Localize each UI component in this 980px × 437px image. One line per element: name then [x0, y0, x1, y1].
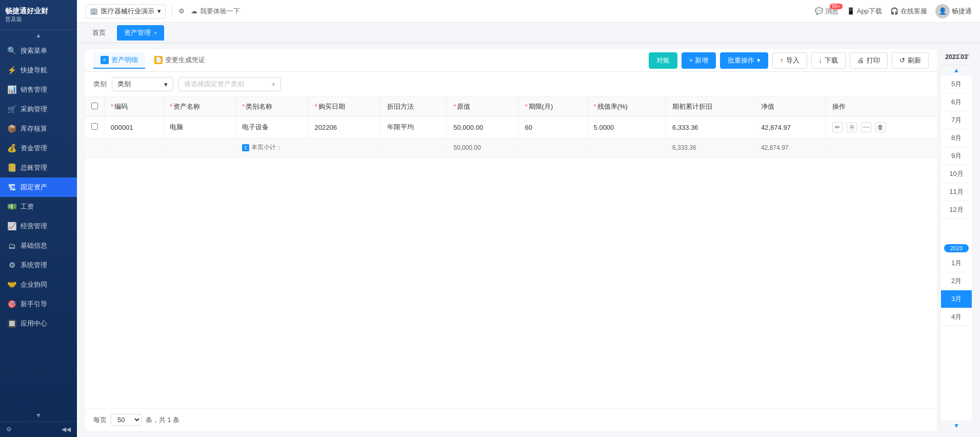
sidebar-item-basic-info[interactable]: 🗂基础信息 [0, 236, 77, 255]
sidebar-scroll-up[interactable]: ▲ [0, 30, 77, 41]
col-net-value: 净值 [755, 97, 826, 117]
col-operations: 操作 [826, 97, 937, 117]
tab-close-icon[interactable]: × [154, 30, 157, 36]
sidebar-icon-app-center: 🔲 [7, 319, 16, 328]
topbar-settings[interactable]: ⚙ [178, 7, 185, 15]
message-button[interactable]: 💬 消息 99+ [815, 7, 838, 16]
company-selector[interactable]: 🏢 医疗器械行业演示 ▾ [85, 4, 166, 18]
app-download-button[interactable]: 📱 App下载 [847, 7, 882, 16]
category-arrow: ▾ [272, 81, 275, 88]
app-title: 畅捷通好业财 [5, 6, 48, 15]
category-value-selector[interactable]: 请选择固定资产类别 ▾ [178, 77, 281, 91]
calendar-month-item[interactable]: 3月 [941, 290, 972, 308]
sidebar-label-sales: 销售管理 [21, 85, 47, 94]
refresh-button[interactable]: ↺ 刷新 [892, 52, 929, 69]
edit-icon[interactable]: ✏ [832, 122, 843, 132]
tab-home[interactable]: 首页 [85, 25, 113, 41]
calendar-month-item[interactable]: 11月 [941, 183, 972, 201]
calendar-month-item[interactable]: 6月 [941, 93, 972, 111]
filter-toolbar: 类别 类别 ▾ 请选择固定资产类别 ▾ [85, 72, 937, 97]
topbar-tip[interactable]: ☁ 我要体验一下 [191, 7, 240, 16]
sidebar-label-search: 搜索菜单 [21, 46, 47, 55]
asset-table-wrap: *编码 *资产名称 *类别名称 *购买日期 折旧方法 *原值 *期限(月) *残… [85, 97, 937, 408]
sidebar-icon-operations: 📈 [7, 222, 16, 231]
sidebar-item-fixed-assets[interactable]: 🏗固定资产 [0, 177, 77, 197]
sub-tab-asset-detail[interactable]: ≡ 资产明细 [93, 52, 145, 69]
calendar-scroll-up[interactable]: ▲ [941, 65, 972, 75]
calendar-year-badge: 2023 [943, 243, 970, 253]
sidebar-item-funds[interactable]: 💰资金管理 [0, 138, 77, 158]
col-original-value: *原值 [447, 97, 518, 117]
sidebar-item-sales[interactable]: 📊销售管理 [0, 80, 77, 100]
sidebar-collapse-icon[interactable]: ◀◀ [62, 426, 71, 433]
col-name: *资产名称 [163, 97, 235, 117]
asset-table: *编码 *资产名称 *类别名称 *购买日期 折旧方法 *原值 *期限(月) *残… [85, 97, 937, 157]
app-download-icon: 📱 [847, 7, 855, 15]
new-button[interactable]: + 新增 [682, 52, 716, 69]
calendar-month-item[interactable]: 1月 [941, 254, 972, 272]
sidebar-item-purchase[interactable]: 🛒采购管理 [0, 100, 77, 119]
calendar-month-item[interactable]: 9月 [941, 147, 972, 165]
user-profile[interactable]: 👤 畅捷通 [935, 4, 972, 18]
username: 畅捷通 [952, 7, 972, 16]
select-all-checkbox[interactable] [91, 103, 98, 109]
sub-tab-voucher[interactable]: 📄 变更生成凭证 [147, 52, 212, 69]
toolbar-buttons: 对账 + 新增 批量操作 ▾ ↑ 导入 ↓ 下载 🖨 [649, 52, 929, 69]
calendar-month-item[interactable]: 5月 [941, 75, 972, 93]
sidebar-item-guide[interactable]: 🎯新手引导 [0, 294, 77, 314]
calendar-scroll-down[interactable]: ▼ [941, 421, 972, 431]
calendar-month-item[interactable]: 2月 [941, 272, 972, 290]
col-period: *期限(月) [518, 97, 587, 117]
calendar-month-item[interactable]: 4月 [941, 308, 972, 326]
sidebar-item-app-center[interactable]: 🔲应用中心 [0, 314, 77, 333]
col-purchase-date: *购买日期 [308, 97, 381, 117]
sidebar-item-payroll[interactable]: 💵工资 [0, 197, 77, 216]
calendar-close-button[interactable]: × [966, 51, 970, 59]
sub-tabs: ≡ 资产明细 📄 变更生成凭证 对账 + 新增 批量操作 ▾ ↑ [85, 49, 937, 72]
sidebar-scroll-down[interactable]: ▼ [0, 410, 77, 421]
calendar-expand-button[interactable]: ⤢ [956, 51, 962, 59]
batch-ops-button[interactable]: 批量操作 ▾ [720, 52, 768, 69]
more-icon[interactable]: ⋯ [861, 122, 871, 132]
sidebar-item-search[interactable]: 🔍搜索菜单 [0, 41, 77, 61]
delete-icon[interactable]: 🗑 [875, 122, 886, 132]
sidebar-settings-icon[interactable]: ⚙ [6, 426, 12, 433]
sidebar-item-system[interactable]: ⚙系统管理 [0, 255, 77, 275]
reconcile-button[interactable]: 对账 [649, 52, 677, 69]
sidebar-item-enterprise[interactable]: 🤝企业协同 [0, 275, 77, 294]
sidebar-nav: 🔍搜索菜单⚡快捷导航📊销售管理🛒采购管理📦库存核算💰资金管理📒总账管理🏗固定资产… [0, 41, 77, 410]
print-button[interactable]: 🖨 打印 [850, 52, 888, 69]
message-badge: 99+ [830, 4, 843, 9]
cell-accumulated: 6,333.36 [666, 117, 755, 138]
import-button[interactable]: ↑ 导入 [772, 52, 807, 69]
topbar-separator [172, 6, 172, 16]
cell-depreciation: 年限平均 [381, 117, 447, 138]
voucher-icon: 📄 [154, 56, 163, 64]
sidebar-icon-sales: 📊 [7, 85, 16, 94]
cell-original-value: 50,000.00 [447, 117, 518, 138]
sidebar-item-quick-nav[interactable]: ⚡快捷导航 [0, 61, 77, 80]
calendar-month-item[interactable]: 7月 [941, 111, 972, 129]
tab-asset-management[interactable]: 资产管理 × [117, 25, 164, 41]
sidebar-item-ledger[interactable]: 📒总账管理 [0, 158, 77, 177]
category-type-selector[interactable]: 类别 ▾ [112, 77, 173, 91]
online-service-button[interactable]: 🎧 在线客服 [890, 7, 927, 16]
sub-tab-1-label: 资产明细 [111, 55, 138, 65]
subtotal-original-value: 50,000.00 [447, 138, 518, 157]
sidebar-item-operations[interactable]: 📈经营管理 [0, 216, 77, 236]
per-page-select[interactable]: 50 10 20 100 [111, 414, 142, 426]
download-button[interactable]: ↓ 下载 [811, 52, 846, 69]
sidebar-item-inventory[interactable]: 📦库存核算 [0, 119, 77, 138]
calendar-month-item[interactable]: 10月 [941, 165, 972, 183]
row-checkbox-0[interactable] [91, 123, 98, 130]
home-label: 首页 [92, 28, 106, 37]
calendar-month-item[interactable]: 12月 [941, 201, 972, 219]
sidebar-icon-inventory: 📦 [7, 124, 16, 133]
asset-detail-icon: ≡ [101, 56, 109, 64]
sidebar-label-system: 系统管理 [21, 261, 47, 270]
topbar-right: 💬 消息 99+ 📱 App下载 🎧 在线客服 👤 畅捷通 [815, 4, 972, 18]
calendar-month-item[interactable]: 8月 [941, 129, 972, 147]
sidebar-icon-quick-nav: ⚡ [7, 66, 16, 75]
copy-icon[interactable]: ⎘ [847, 122, 857, 132]
sub-tab-2-label: 变更生成凭证 [165, 55, 205, 65]
